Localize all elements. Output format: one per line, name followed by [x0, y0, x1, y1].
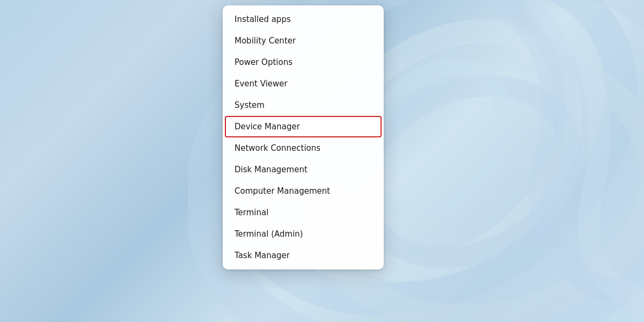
menu-item-terminal[interactable]: Terminal [223, 202, 384, 223]
menu-item-event-viewer[interactable]: Event Viewer [223, 73, 384, 94]
desktop: Installed appsMobility CenterPower Optio… [0, 0, 644, 322]
context-menu: Installed appsMobility CenterPower Optio… [223, 5, 384, 269]
menu-item-terminal-admin[interactable]: Terminal (Admin) [223, 223, 384, 245]
menu-item-installed-apps[interactable]: Installed apps [223, 9, 384, 30]
menu-item-mobility-center[interactable]: Mobility Center [223, 30, 384, 52]
menu-item-network-connections[interactable]: Network Connections [223, 137, 384, 159]
menu-item-computer-management[interactable]: Computer Management [223, 180, 384, 202]
menu-item-task-manager[interactable]: Task Manager [223, 245, 384, 266]
menu-item-power-options[interactable]: Power Options [223, 52, 384, 73]
menu-item-device-manager[interactable]: Device Manager [225, 116, 382, 137]
menu-item-disk-management[interactable]: Disk Management [223, 159, 384, 180]
menu-item-system[interactable]: System [223, 94, 384, 116]
